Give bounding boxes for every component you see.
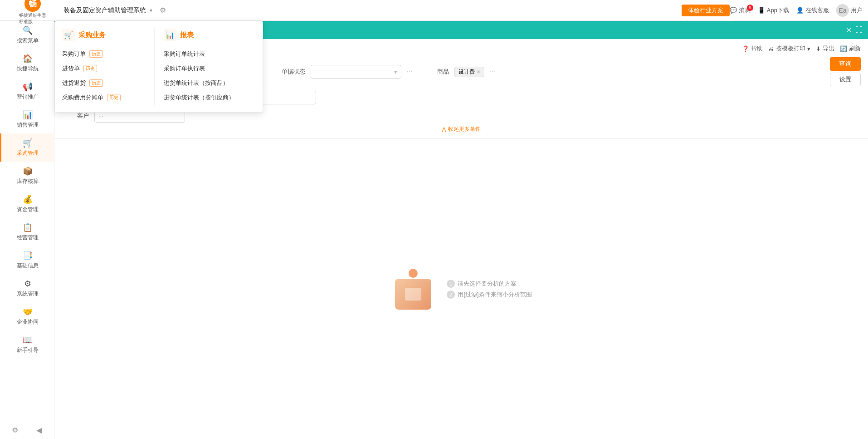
export-icon: ⬇ <box>816 45 821 52</box>
header-right: 💬 消息 9 📱 App下载 👤 在线客服 Ea 用户 <box>730 4 863 17</box>
collapse-btn[interactable]: ⋀ 收起更多条件 <box>62 123 861 133</box>
user-item[interactable]: Ea 用户 <box>836 4 863 17</box>
notification-item[interactable]: 💬 消息 9 <box>730 6 751 15</box>
tab-bar-expand-btn[interactable]: ⛶ <box>855 26 863 34</box>
dropdown-item-inbound[interactable]: 进货单 历史 <box>62 61 154 76</box>
marketing-icon: 📢 <box>23 82 33 92</box>
tab-bar-actions: ✕ ⛶ <box>846 26 868 35</box>
sidebar-bottom: ⚙ ◀ <box>0 421 54 439</box>
history-badge-2: 历史 <box>89 79 103 87</box>
history-badge-0: 历史 <box>89 50 103 58</box>
inventory-icon: 📦 <box>23 166 33 176</box>
report-header-icon: 📊 <box>164 29 176 41</box>
export-btn[interactable]: ⬇ 导出 <box>816 44 834 53</box>
goods-dots[interactable]: ··· <box>490 68 496 76</box>
app-download-item[interactable]: 📱 App下载 <box>758 6 789 15</box>
sidebar-item-basic-info[interactable]: 📑 基础信息 <box>0 246 54 274</box>
sidebar-item-guide[interactable]: 📖 新手引导 <box>0 330 54 359</box>
help-btn[interactable]: ❓ 帮助 <box>742 44 763 53</box>
settings-btn[interactable]: 设置 <box>830 73 861 86</box>
history-badge-3: 历史 <box>107 94 121 101</box>
print-icon: 🖨 <box>768 45 774 52</box>
hint-num-2: 2 <box>447 291 455 299</box>
report-section: 📊 报表 采购订单统计表 采购订单执行表 进货单统计表（按商品） 进货单统计表（… <box>154 29 256 105</box>
sidebar-item-inventory[interactable]: 📦 库存核算 <box>0 162 54 190</box>
user-avatar: Ea <box>836 4 849 17</box>
empty-state: 1 请先选择要分析的方案 2 用[过滤]条件来缩小分析范围 <box>390 269 532 310</box>
help-icon: ❓ <box>742 45 749 52</box>
top-header: 畅 畅捷通好生意 标准版 装备及固定资产辅助管理系统 ▾ ⚙ 体验行业方案 💬 … <box>0 0 868 21</box>
industry-btn[interactable]: 体验行业方案 <box>682 5 730 16</box>
online-service-item[interactable]: 👤 在线客服 <box>796 6 829 15</box>
purchase-icon: 🛒 <box>23 138 33 148</box>
doc-status-dots[interactable]: ··· <box>407 68 413 76</box>
purchase-section: 🛒 采购业务 采购订单 历史 进货单 历史 进货退货 历史 采购费用分摊单 历史 <box>62 29 154 105</box>
goods-tag-close-icon[interactable]: ✕ <box>477 69 480 74</box>
dropdown-item-purchase-order[interactable]: 采购订单 历史 <box>62 47 154 61</box>
system-title-dropdown-icon[interactable]: ▾ <box>150 7 152 14</box>
tab-bar-close-btn[interactable]: ✕ <box>846 26 852 35</box>
sidebar-item-search[interactable]: 🔍 搜索菜单 <box>0 21 54 49</box>
dropdown-item-purchase-order-stats[interactable]: 采购订单统计表 <box>164 47 256 61</box>
app-download-icon: 📱 <box>758 7 765 14</box>
sidebar-collapse-btn[interactable]: ◀ <box>29 426 50 434</box>
dropdown-item-inbound-stats-goods[interactable]: 进货单统计表（按商品） <box>164 76 256 90</box>
doc-status-label: 单据状态 <box>278 68 305 76</box>
report-section-header: 📊 报表 <box>164 29 256 41</box>
system-title: 装备及固定资产辅助管理系统 ▾ ⚙ <box>63 6 682 15</box>
collapse-icon: ⋀ <box>442 126 446 133</box>
empty-text-hint: 1 请先选择要分析的方案 2 用[过滤]条件来缩小分析范围 <box>447 280 532 299</box>
purchase-section-header: 🛒 采购业务 <box>62 29 154 41</box>
print-dropdown-icon[interactable]: ▾ <box>807 45 810 52</box>
customer-dots[interactable]: ··· <box>98 113 103 119</box>
system-icon: ⚙ <box>24 279 31 289</box>
doc-status-select[interactable]: ▾ <box>311 65 401 79</box>
doc-status-arrow-icon: ▾ <box>394 69 397 75</box>
sidebar-settings-btn[interactable]: ⚙ <box>5 426 25 434</box>
query-btn[interactable]: 查询 <box>830 57 861 71</box>
guide-icon: 📖 <box>23 335 33 345</box>
dropdown-item-inbound-return[interactable]: 进货退货 历史 <box>62 76 154 90</box>
customer-label: 客户 <box>62 112 89 120</box>
sidebar-item-finance[interactable]: 💰 资金管理 <box>0 190 54 218</box>
system-settings-icon[interactable]: ⚙ <box>160 6 166 15</box>
refresh-icon: 🔄 <box>840 45 847 52</box>
sidebar-item-purchase[interactable]: 🛒 采购管理 <box>0 133 54 162</box>
enterprise-icon: 🤝 <box>23 307 33 317</box>
logo-icon: 畅 <box>24 0 41 12</box>
notification-icon: 💬 <box>730 7 737 14</box>
history-badge-1: 历史 <box>83 65 97 72</box>
sidebar-item-operation[interactable]: 📋 经营管理 <box>0 218 54 246</box>
sidebar-item-quick-nav[interactable]: 🏠 快捷导航 <box>0 49 54 77</box>
purchase-header-icon: 🛒 <box>62 29 75 41</box>
sidebar-item-system[interactable]: ⚙ 系统管理 <box>0 274 54 302</box>
home-icon: 🏠 <box>23 54 33 64</box>
refresh-btn[interactable]: 🔄 刷新 <box>840 44 861 53</box>
goods-tag[interactable]: 设计费 ✕ <box>454 67 484 77</box>
search-icon: 🔍 <box>23 25 33 35</box>
dropdown-item-purchase-expense[interactable]: 采购费用分摊单 历史 <box>62 90 154 105</box>
notification-badge-count: 9 <box>747 5 753 11</box>
sidebar-item-sales[interactable]: 📊 销售管理 <box>0 105 54 133</box>
hint-num-1: 1 <box>447 280 455 288</box>
sidebar: 🔍 搜索菜单 🏠 快捷导航 📢 营销推广 📊 销售管理 🛒 采购管理 📦 库存核… <box>0 21 54 439</box>
operation-icon: 📋 <box>23 222 33 232</box>
sales-icon: 📊 <box>23 110 33 120</box>
finance-icon: 💰 <box>23 194 33 204</box>
sidebar-item-marketing[interactable]: 📢 营销推广 <box>0 77 54 105</box>
action-buttons: 查询 设置 <box>830 57 861 86</box>
goods-label: 商品 <box>422 68 449 76</box>
empty-illustration <box>390 269 436 310</box>
online-service-icon: 👤 <box>796 7 804 14</box>
dropdown-item-inbound-stats-supplier[interactable]: 进货单统计表（按供应商） <box>164 90 256 105</box>
print-btn[interactable]: 🖨 按模板打印 ▾ <box>768 44 810 53</box>
logo-text: 畅捷通好生意 标准版 <box>19 12 46 25</box>
basic-info-icon: 📑 <box>23 251 33 261</box>
purchase-dropdown-menu: 🛒 采购业务 采购订单 历史 进货单 历史 进货退货 历史 采购费用分摊单 历史… <box>54 21 263 113</box>
empty-hint-2: 2 用[过滤]条件来缩小分析范围 <box>447 291 532 299</box>
empty-box <box>395 279 431 310</box>
dropdown-item-purchase-order-exec[interactable]: 采购订单执行表 <box>164 61 256 76</box>
sidebar-item-enterprise[interactable]: 🤝 企业协同 <box>0 302 54 330</box>
empty-hint-1: 1 请先选择要分析的方案 <box>447 280 517 288</box>
empty-box-screen <box>405 288 421 301</box>
